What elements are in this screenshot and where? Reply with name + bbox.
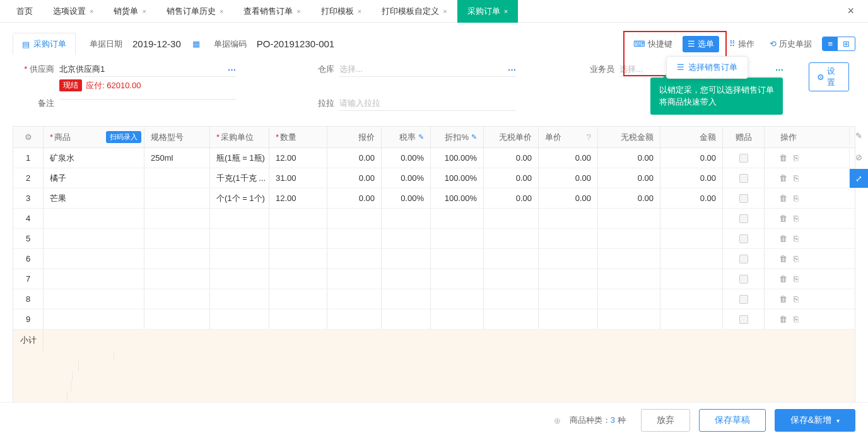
remark-input[interactable] — [59, 96, 236, 100]
ops-button[interactable]: ⠿操作 — [724, 36, 760, 52]
document-icon: ▤ — [22, 40, 30, 49]
view-card[interactable]: ⊞ — [838, 37, 855, 50]
help-icon[interactable]: ? — [587, 132, 591, 142]
save-new-button[interactable]: 保存&新增 ▾ — [775, 409, 855, 432]
copy-icon[interactable]: ⎘ — [794, 214, 799, 223]
delete-icon[interactable]: 🗑 — [779, 153, 787, 163]
copy-icon[interactable]: ⎘ — [794, 153, 799, 163]
gear-icon[interactable]: ⚙ — [25, 132, 32, 142]
th-index[interactable]: ⚙ — [13, 127, 44, 147]
select-order-button[interactable]: ☰选单 — [683, 36, 719, 52]
lala-input[interactable]: 请输入拉拉 — [339, 96, 516, 111]
rail-note[interactable]: ✎ — [849, 126, 868, 145]
gift-checkbox[interactable] — [739, 275, 748, 284]
shortcut-button[interactable]: ⌨快捷键 — [628, 36, 677, 52]
gift-checkbox[interactable] — [739, 315, 748, 324]
grid-icon: ⠿ — [729, 39, 736, 49]
delete-icon[interactable]: 🗑 — [779, 193, 787, 203]
view-toggle: ≡ ⊞ — [822, 37, 855, 51]
chevron-down-icon[interactable]: ▾ — [836, 417, 840, 424]
gift-checkbox[interactable] — [739, 234, 748, 243]
warehouse-field: 仓库 选择... ⋯ — [299, 62, 516, 77]
delete-icon[interactable]: 🗑 — [779, 274, 787, 284]
table-row[interactable]: 9🗑⎘ — [13, 309, 855, 330]
lala-field: 拉拉 请输入拉拉 — [299, 96, 516, 111]
more-icon[interactable]: ⋯ — [508, 65, 516, 74]
gift-checkbox[interactable] — [739, 174, 748, 183]
supplier-label: 供应商 — [19, 62, 54, 75]
delete-icon[interactable]: 🗑 — [779, 234, 787, 243]
close-icon[interactable]: × — [358, 8, 361, 15]
gift-checkbox[interactable] — [739, 214, 748, 223]
order-icon: ☰ — [677, 62, 684, 72]
history-button[interactable]: ⟲历史单据 — [765, 36, 817, 52]
tab-view-sales[interactable]: 查看销售订单× — [233, 0, 310, 23]
warehouse-input[interactable]: 选择... ⋯ — [339, 62, 516, 77]
gift-checkbox[interactable] — [739, 194, 748, 203]
tab-purchase-order[interactable]: 采购订单× — [457, 0, 518, 23]
table-row[interactable]: 1矿泉水250ml瓶(1瓶 = 1瓶)12.000.000.00%100.00%… — [13, 148, 855, 168]
tab-sales-history[interactable]: 销售订单历史× — [156, 0, 233, 23]
date-value[interactable]: 2019-12-30 — [132, 38, 181, 49]
copy-icon[interactable]: ⎘ — [794, 294, 799, 304]
delete-icon[interactable]: 🗑 — [779, 314, 787, 324]
save-draft-button[interactable]: 保存草稿 — [699, 409, 766, 432]
copy-icon[interactable]: ⎘ — [794, 173, 799, 183]
close-icon[interactable]: × — [90, 8, 93, 15]
view-list[interactable]: ≡ — [823, 37, 838, 50]
table-row[interactable]: 2橘子千克(1千克 ...31.000.000.00%100.00%0.000.… — [13, 168, 855, 188]
close-icon[interactable]: × — [220, 8, 223, 15]
delete-icon[interactable]: 🗑 — [779, 214, 787, 223]
table-row[interactable]: 6🗑⎘ — [13, 249, 855, 269]
edit-icon[interactable]: ✎ — [418, 133, 424, 141]
close-icon[interactable]: × — [504, 8, 508, 15]
th-amt: 金额 — [660, 127, 723, 147]
tab-options[interactable]: 选项设置× — [43, 0, 103, 23]
history-icon: ⟲ — [770, 39, 777, 49]
table-row[interactable]: 3芒果个(1个 = 1个)12.000.000.00%100.00%0.000.… — [13, 188, 855, 209]
table-row[interactable]: 5🗑⎘ — [13, 229, 855, 249]
more-icon[interactable]: ⋯ — [228, 65, 236, 74]
th-qty: *数量 — [269, 127, 327, 147]
code-value: PO-20191230-001 — [257, 38, 334, 49]
settings-button[interactable]: ⚙ 设置 — [809, 62, 849, 91]
supplier-field: 供应商 北京供应商1 ⋯ 现结 应付: 62010.00 — [19, 62, 236, 91]
rail-link[interactable]: ⊘ — [849, 147, 868, 166]
close-icon[interactable]: × — [142, 8, 146, 15]
gift-checkbox[interactable] — [739, 154, 748, 163]
delete-icon[interactable]: 🗑 — [779, 294, 787, 304]
delete-icon[interactable]: 🗑 — [779, 173, 787, 183]
more-icon[interactable]: ⋯ — [775, 65, 783, 74]
calendar-icon[interactable]: ▦ — [192, 39, 200, 49]
goods-count: 商品种类：3 种 — [570, 415, 626, 426]
close-all-icon[interactable]: × — [840, 4, 862, 18]
copy-icon[interactable]: ⎘ — [794, 274, 799, 284]
gift-checkbox[interactable] — [739, 295, 748, 304]
lala-label: 拉拉 — [299, 96, 334, 109]
gift-checkbox[interactable] — [739, 255, 748, 263]
copy-icon[interactable]: ⎘ — [794, 254, 799, 263]
scan-badge[interactable]: 扫码录入 — [106, 131, 141, 143]
tab-bar: 首页 选项设置× 销货单× 销售订单历史× 查看销售订单× 打印模板× 打印模板… — [0, 0, 868, 23]
tab-print-template[interactable]: 打印模板× — [311, 0, 372, 23]
close-icon[interactable]: × — [443, 8, 447, 15]
table-row[interactable]: 8🗑⎘ — [13, 289, 855, 309]
tab-sales-bill[interactable]: 销货单× — [103, 0, 156, 23]
delete-icon[interactable]: 🗑 — [779, 254, 787, 263]
edit-icon[interactable]: ✎ — [471, 133, 477, 141]
table-row[interactable]: 4🗑⎘ — [13, 209, 855, 229]
abandon-button[interactable]: 放弃 — [641, 409, 690, 432]
supplier-input[interactable]: 北京供应商1 ⋯ — [59, 62, 236, 77]
tab-home[interactable]: 首页 — [6, 0, 43, 23]
close-icon[interactable]: × — [296, 8, 300, 15]
copy-icon[interactable]: ⎘ — [794, 314, 799, 324]
rail-expand[interactable]: ⤢ — [849, 169, 868, 188]
header-bar: ▤ 采购订单 单据日期 2019-12-30 ▦ 单据编码 PO-2019123… — [0, 23, 868, 60]
copy-icon[interactable]: ⎘ — [794, 234, 799, 243]
list-icon: ☰ — [688, 39, 695, 49]
select-sales-order-option[interactable]: ☰ 选择销售订单 — [666, 56, 748, 79]
table-row[interactable]: 7🗑⎘ — [13, 269, 855, 289]
tab-print-custom[interactable]: 打印模板自定义× — [372, 0, 457, 23]
doc-title[interactable]: ▤ 采购订单 — [13, 33, 76, 55]
copy-icon[interactable]: ⎘ — [794, 193, 799, 203]
